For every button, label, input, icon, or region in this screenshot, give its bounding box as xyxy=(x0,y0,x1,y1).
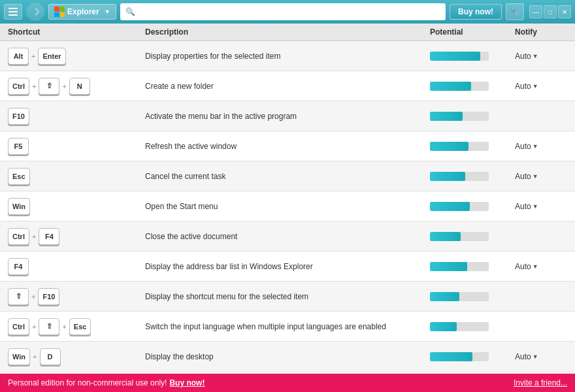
notify-dropdown-arrow-icon: ▼ xyxy=(533,83,538,90)
key-badge: N xyxy=(69,78,90,95)
notify-dropdown[interactable]: Auto▼ xyxy=(515,142,538,151)
potential-cell xyxy=(430,52,515,61)
shortcut-cell: Alt+Enter xyxy=(8,44,145,69)
description-cell: Open the Start menu xyxy=(145,202,430,211)
potential-bar-fill xyxy=(430,112,463,121)
potential-bar-fill xyxy=(430,52,480,61)
potential-bar-background xyxy=(430,232,489,241)
buy-now-button[interactable]: Buy now! xyxy=(450,4,502,20)
potential-cell xyxy=(430,82,515,91)
description-cell: Display the desktop xyxy=(145,352,430,361)
notify-dropdown[interactable]: Auto▼ xyxy=(515,202,538,211)
description-cell: Activate the menu bar in the active prog… xyxy=(145,112,430,121)
table-row: F10Activate the menu bar in the active p… xyxy=(0,101,575,131)
potential-bar-fill xyxy=(430,202,470,211)
key-badge: Esc xyxy=(8,168,30,185)
shortcut-cell: Ctrl+F4 xyxy=(8,224,145,249)
potential-cell xyxy=(430,112,515,121)
potential-header: Potential xyxy=(430,27,515,37)
app-selector[interactable]: Explorer ▼ xyxy=(48,4,116,20)
plus-separator: + xyxy=(32,233,36,240)
potential-cell xyxy=(430,352,515,361)
shortcut-cell: F5 xyxy=(8,134,145,159)
notify-cell: Auto▼ xyxy=(515,262,567,271)
potential-bar-fill xyxy=(430,352,472,361)
shortcut-cell: Ctrl+⇧+N xyxy=(8,74,145,99)
notify-label: Auto xyxy=(515,142,531,151)
notify-cell: Auto▼ xyxy=(515,202,567,211)
search-input[interactable] xyxy=(120,3,446,20)
potential-cell xyxy=(430,142,515,151)
maximize-button[interactable]: □ xyxy=(544,5,557,18)
potential-bar-fill xyxy=(430,322,457,331)
potential-bar-fill xyxy=(430,82,471,91)
notify-dropdown[interactable]: Auto▼ xyxy=(515,82,538,91)
table-row: EscCancel the current taskAuto▼ xyxy=(0,161,575,191)
key-badge: Win xyxy=(8,348,30,365)
theme-button[interactable]: ☽ xyxy=(26,3,44,21)
notify-cell: Auto▼ xyxy=(515,52,567,61)
app-name-label: Explorer xyxy=(67,7,99,16)
potential-bar-background xyxy=(430,142,489,151)
key-badge: ⇧ xyxy=(39,78,59,95)
close-button[interactable]: ✕ xyxy=(558,5,571,18)
table-row: Ctrl+⇧+EscSwitch the input language when… xyxy=(0,312,575,342)
potential-cell xyxy=(430,322,515,331)
notify-label: Auto xyxy=(515,262,531,271)
potential-cell xyxy=(430,262,515,271)
plus-separator: + xyxy=(62,323,66,331)
plus-separator: + xyxy=(31,52,35,60)
potential-cell xyxy=(430,292,515,301)
key-badge: Ctrl xyxy=(8,318,29,335)
description-cell: Display the shortcut menu for the select… xyxy=(145,292,430,301)
potential-bar-background xyxy=(430,112,489,121)
notify-dropdown-arrow-icon: ▼ xyxy=(533,353,538,360)
shortcut-cell: F4 xyxy=(8,254,145,279)
notify-dropdown-arrow-icon: ▼ xyxy=(533,53,538,59)
potential-cell xyxy=(430,202,515,211)
potential-bar-background xyxy=(430,202,489,211)
table-row: Ctrl+F4Close the active document xyxy=(0,221,575,252)
notify-cell: Auto▼ xyxy=(515,352,567,361)
shortcut-cell: Win xyxy=(8,194,145,219)
potential-bar-background xyxy=(430,262,489,271)
shortcuts-table: Alt+EnterDisplay properties for the sele… xyxy=(0,41,575,370)
key-badge: Esc xyxy=(69,318,91,335)
table-header: Shortcut Description Potential Notify xyxy=(0,24,575,41)
key-badge: Ctrl xyxy=(8,78,29,95)
app-selector-arrow-icon: ▼ xyxy=(105,8,110,15)
notify-label: Auto xyxy=(515,202,531,211)
invite-friend-link[interactable]: Invite a friend... xyxy=(514,378,567,387)
key-badge: D xyxy=(40,348,61,365)
menu-button[interactable] xyxy=(4,4,22,20)
table-row: ⇧+F10Display the shortcut menu for the s… xyxy=(0,282,575,312)
notify-dropdown[interactable]: Auto▼ xyxy=(515,262,538,271)
shortcut-header: Shortcut xyxy=(8,27,145,37)
description-cell: Switch the input language when multiple … xyxy=(145,322,430,331)
settings-button[interactable]: 🔧 xyxy=(506,3,524,20)
potential-bar-background xyxy=(430,322,489,331)
notify-dropdown[interactable]: Auto▼ xyxy=(515,52,538,61)
key-badge: F4 xyxy=(39,228,59,245)
plus-separator: + xyxy=(33,353,37,361)
key-badge: F10 xyxy=(38,288,59,305)
table-row: WinOpen the Start menuAuto▼ xyxy=(0,191,575,221)
footer-buy-link[interactable]: Buy now! xyxy=(169,378,205,387)
potential-bar-background xyxy=(430,82,489,91)
shortcut-cell: Ctrl+⇧+Esc xyxy=(8,314,145,339)
notify-header: Notify xyxy=(515,27,567,37)
minimize-button[interactable]: — xyxy=(529,5,542,18)
table-row: F4Display the address bar list in Window… xyxy=(0,252,575,282)
notify-cell: Auto▼ xyxy=(515,172,567,181)
notify-dropdown[interactable]: Auto▼ xyxy=(515,352,538,361)
potential-cell xyxy=(430,172,515,181)
key-badge: Alt xyxy=(8,48,29,65)
notify-dropdown[interactable]: Auto▼ xyxy=(515,172,538,181)
notify-label: Auto xyxy=(515,82,531,91)
notify-cell: Auto▼ xyxy=(515,82,567,91)
plus-separator: + xyxy=(62,82,66,90)
title-bar: ☽ Explorer ▼ Buy now! 🔧 — □ ✕ xyxy=(0,0,575,24)
key-badge: F4 xyxy=(8,258,29,275)
notify-dropdown-arrow-icon: ▼ xyxy=(533,143,538,150)
key-badge: ⇧ xyxy=(8,288,29,305)
